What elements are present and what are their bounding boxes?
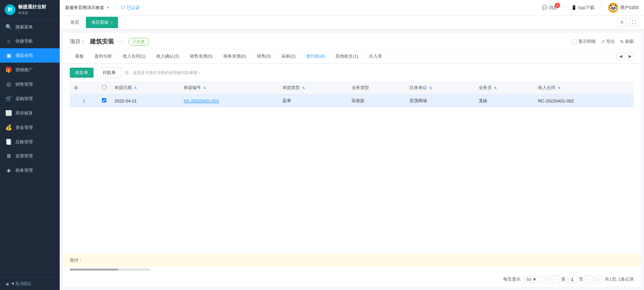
col-header-number: 单据编号 ⇅ [179, 81, 278, 94]
receipt-btn[interactable]: 收款单 [70, 68, 94, 78]
tabs-bar: 首页 项目看板 × ✕ ⛶ [60, 15, 644, 29]
project-more-button[interactable]: ··· [118, 39, 124, 45]
refresh-button[interactable]: ↻ 刷新 [620, 39, 634, 45]
col-header-partner: 往来单位 ⇅ [406, 81, 475, 94]
page-total-label: 共1页, 1条记录 [605, 276, 634, 282]
sidebar-item-search[interactable]: 🔍 搜索菜单 [0, 20, 60, 34]
sidebar-item-tax[interactable]: ◈ 税务管理 [0, 163, 60, 177]
topbar-divider-2 [564, 4, 565, 11]
export-button[interactable]: ↗ 导出 [601, 39, 615, 45]
user-menu[interactable]: 🐼 用户3355 [608, 3, 639, 13]
main-area: 新服务官网演示账套 ▼ 🛡 已认证 💬 消息 1 📱 App下载 🐼 用户335… [60, 0, 644, 290]
sidebar-item-purchase[interactable]: 🛒 采购管理 [0, 91, 60, 106]
page-number-input[interactable] [567, 276, 578, 283]
subnav-other-expense[interactable]: 其他收支(1) [330, 49, 364, 63]
subnav-income-confirm[interactable]: 收入确认(2) [151, 49, 184, 63]
project-icon: ▣ [5, 52, 12, 59]
tab-home-label: 首页 [70, 19, 79, 25]
sort-icon-date[interactable]: ⇅ [134, 86, 137, 90]
tabs-actions: ✕ ⛶ [617, 18, 639, 27]
sort-icon-number[interactable]: ⇅ [203, 86, 206, 90]
cell-salesperson: 龙妹 [475, 94, 534, 107]
topbar-divider-3 [601, 4, 601, 11]
sort-icon-income-contract[interactable]: ⇅ [558, 86, 560, 90]
show-detail-action[interactable]: 显示明细 [572, 39, 596, 45]
cell-biz-type: 应收款 [347, 94, 406, 107]
sidebar-item-inventory[interactable]: ⬜ 库存核算 [0, 106, 60, 120]
subnav-arrows: ◀ ▶ [616, 52, 634, 60]
select-all-checkbox[interactable] [102, 85, 106, 89]
payment-btn[interactable]: 付款单 [97, 67, 121, 78]
chat-icon: 💬 [542, 5, 547, 10]
show-detail-checkbox[interactable] [572, 39, 577, 44]
record-link[interactable]: SK-20220421-001 [183, 98, 219, 103]
sidebar-item-capital[interactable]: 💰 资金管理 [0, 120, 60, 135]
scroll-thumb[interactable] [70, 269, 118, 271]
sidebar-item-ledger[interactable]: 📑 总账管理 [0, 135, 60, 149]
page-last-btn[interactable]: ⟩⟩ [594, 275, 602, 283]
tab-close-icon[interactable]: × [111, 20, 113, 24]
page-next-btn[interactable]: ＞ [585, 275, 593, 283]
expand-window-button[interactable]: ⛶ [629, 18, 639, 27]
col-header-salesperson: 业务员 ⇅ [475, 81, 534, 94]
sort-icon-partner[interactable]: ⇅ [429, 86, 432, 90]
subnav-sales[interactable]: 销售(0) [252, 49, 276, 63]
sidebar-item-marketing[interactable]: 🎁 营销推广 [0, 63, 60, 77]
export-icon: ↗ [601, 39, 605, 44]
sidebar-item-label: 营销推广 [15, 67, 33, 73]
page-label: 第 [561, 276, 566, 282]
subnav-sales-invoice[interactable]: 销售发票(0) [184, 49, 218, 63]
scroll-track[interactable] [70, 269, 150, 271]
sidebar-item-project[interactable]: ▣ 项目合同 [0, 48, 60, 63]
message-button[interactable]: 💬 消息 1 [542, 5, 557, 11]
inventory-icon: ⬜ [5, 110, 12, 116]
tab-home[interactable]: 首页 [65, 17, 85, 28]
sidebar-item-invoice[interactable]: 🖥 发票管理 [0, 149, 60, 163]
invoice-icon: 🖥 [5, 153, 12, 159]
sort-icon-salesperson[interactable]: ⇅ [494, 86, 497, 90]
page-prev-btn[interactable]: ＜ [552, 275, 560, 283]
search-icon: 🔍 [5, 24, 12, 30]
sidebar-item-sales[interactable]: ◎ 销售管理 [0, 77, 60, 91]
subnav-tax-invoice[interactable]: 税务发票(0) [218, 49, 252, 63]
project-header: 项目： 建筑安装 ··· 已生效 显示明细 ↗ 导出 ↻ 刷新 [63, 33, 641, 49]
subnav-right-btn[interactable]: ▶ [626, 52, 634, 60]
topbar: 新服务官网演示账套 ▼ 🛡 已认证 💬 消息 1 📱 App下载 🐼 用户335… [60, 0, 644, 15]
close-window-button[interactable]: ✕ [617, 18, 627, 27]
row-checkbox[interactable] [102, 98, 106, 102]
tab-project-kanban[interactable]: 项目看板 × [86, 17, 118, 28]
app-logo-icon: 财 [5, 4, 15, 15]
message-badge: 1 [555, 3, 560, 8]
home-icon: ⌂ [5, 38, 12, 44]
sidebar-item-quicknav[interactable]: ⌂ 快捷导航 [0, 34, 60, 48]
topbar-divider-1 [115, 4, 115, 11]
data-table-wrapper: ⚙ 单据日期 ⇅ 单据编号 ⇅ 单据类型 [63, 81, 641, 253]
app-download-button[interactable]: 📱 App下载 [571, 5, 594, 11]
subnav-kanban[interactable]: 看板 [70, 49, 89, 63]
page-size-select[interactable]: 50 ▼ [523, 276, 540, 283]
col-header-biz-type: 业务类型 [347, 81, 406, 94]
subnav-left-btn[interactable]: ◀ [616, 52, 625, 60]
app-edition: 标准版 [18, 11, 46, 15]
account-selector[interactable]: 新服务官网演示账套 ▼ [65, 5, 110, 11]
subnav-income-contract[interactable]: 收入合同(1) [117, 49, 151, 63]
sales-icon: ◎ [5, 81, 12, 87]
subnav-purchase[interactable]: 采购(2) [276, 49, 301, 63]
expand-icon: ⛶ [632, 20, 636, 25]
refresh-label: 刷新 [625, 39, 634, 45]
sort-icon-type[interactable]: ⇅ [302, 86, 305, 90]
cell-partner: 宏茂商场 [406, 94, 475, 107]
gift-icon: 🎁 [5, 67, 12, 73]
sub-navigation: 看板 盈利分析 收入合同(1) 收入确认(2) 销售发票(0) 税务发票(0) … [63, 49, 641, 64]
account-name: 新服务官网演示账套 [65, 5, 104, 11]
sidebar-unpin[interactable]: ◀ ◀ 取消固定 [0, 277, 60, 290]
app-name: 畅捷通好业财 [18, 4, 46, 10]
subnav-inout[interactable]: 出入库 [364, 49, 387, 63]
tab-active-label: 项目看板 [91, 19, 109, 25]
page-first-btn[interactable]: ⟨⟨ [542, 275, 550, 283]
column-settings-btn[interactable]: ⚙ [70, 81, 98, 94]
subnav-receipt[interactable]: 收付款(4) [301, 49, 330, 64]
project-actions: 显示明细 ↗ 导出 ↻ 刷新 [572, 39, 634, 45]
toolbar-note: 注：这里是与项目关联的全部收付款单哦～ [125, 70, 201, 76]
subnav-profit[interactable]: 盈利分析 [89, 49, 117, 63]
